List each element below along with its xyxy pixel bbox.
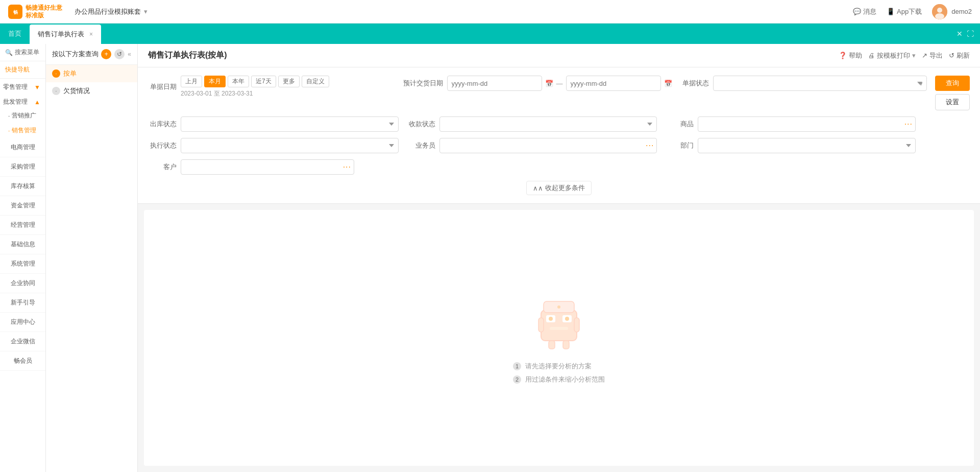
svg-rect-14 xyxy=(563,341,569,349)
sidebar-item-sales[interactable]: · 销售管理 xyxy=(0,123,45,138)
expected-date-label: 预计交货日期 xyxy=(403,79,443,88)
app-download-button[interactable]: 📱 App下载 xyxy=(887,7,922,16)
print-button[interactable]: 🖨 按模板打印 ▾ xyxy=(868,51,916,60)
calendar-to-icon[interactable]: 📅 xyxy=(664,80,672,87)
search-icon: 🔍 xyxy=(5,49,13,56)
period-more[interactable]: 更多 xyxy=(278,76,300,87)
home-tab-label: 首页 xyxy=(8,29,21,38)
help-button[interactable]: ❓ 帮助 xyxy=(839,51,862,60)
sidebar-item-purchase[interactable]: 采购管理 xyxy=(0,157,45,177)
warehouse-status-label: 出库状态 xyxy=(148,120,177,129)
message-button[interactable]: 💬 消息 xyxy=(853,7,876,16)
status-select[interactable] xyxy=(713,76,927,91)
date-range-display: 2023-03-01 至 2023-03-31 xyxy=(181,89,395,98)
period-this-year[interactable]: 本年 xyxy=(228,76,249,87)
main-layout: 🔍 搜索菜单 快捷导航 零售管理 ▼ 批发管理 ▲ · 营销推广 · 销售管理 … xyxy=(0,44,980,472)
empty-illustration xyxy=(528,292,590,353)
left-panel-header: 按以下方案查询 + ↺ « xyxy=(46,44,137,65)
left-panel-actions: + ↺ « xyxy=(101,49,131,59)
export-button[interactable]: ↗ 导出 xyxy=(922,51,943,60)
tab-maximize-icon[interactable]: ⛶ xyxy=(967,30,974,38)
tab-bar: 首页 销售订单执行表 × ✕ ⛶ xyxy=(0,23,980,44)
sales-order-tab-label: 销售订单执行表 xyxy=(38,30,84,39)
tab-close-icon[interactable]: × xyxy=(89,31,93,38)
goods-input[interactable] xyxy=(698,116,916,132)
period-this-month[interactable]: 本月 xyxy=(204,76,226,87)
download-icon: 📱 xyxy=(887,8,895,15)
sidebar-item-inventory[interactable]: 库存核算 xyxy=(0,177,45,196)
message-icon: 💬 xyxy=(853,8,861,15)
sidebar-item-newbie[interactable]: 新手引导 xyxy=(0,293,45,313)
sidebar-item-wechat[interactable]: 企业微信 xyxy=(0,332,45,351)
settings-button[interactable]: 设置 xyxy=(935,94,970,110)
add-scheme-button[interactable]: + xyxy=(101,49,111,59)
empty-state: 1 请先选择要分析的方案 2 用过滤条件来缩小分析范围 xyxy=(144,210,974,466)
username: demo2 xyxy=(951,8,972,15)
empty-tip-2: 2 用过滤条件来缩小分析范围 xyxy=(513,375,605,384)
header-right: 💬 消息 📱 App下载 demo2 xyxy=(853,4,972,19)
tab-close-window-icon[interactable]: ✕ xyxy=(957,30,963,38)
sidebar-item-member[interactable]: 畅会员 xyxy=(0,351,45,371)
user-profile-button[interactable]: demo2 xyxy=(932,4,972,19)
sidebar-item-system[interactable]: 系统管理 xyxy=(0,254,45,274)
empty-tips: 1 请先选择要分析的方案 2 用过滤条件来缩小分析范围 xyxy=(513,362,605,384)
sidebar-item-enterprise[interactable]: 企业协同 xyxy=(0,274,45,293)
period-last-7-days[interactable]: 近7天 xyxy=(251,76,276,87)
svg-point-9 xyxy=(565,317,569,321)
sidebar-item-wholesale[interactable]: 批发管理 ▲ xyxy=(0,93,45,108)
sidebar-search[interactable]: 🔍 搜索菜单 xyxy=(0,44,45,61)
filter-actions: ∧∧ 收起更多条件 xyxy=(148,181,970,195)
collapse-panel-button[interactable]: « xyxy=(128,51,131,58)
sidebar-item-ecommerce[interactable]: 电商管理 xyxy=(0,138,45,157)
scheme-item-shortage[interactable]: · 欠货情况 xyxy=(46,82,137,100)
search-button[interactable]: 查询 xyxy=(935,76,970,91)
scheme-dot-inactive: · xyxy=(52,87,60,95)
main-content: 销售订单执行表(按单) ❓ 帮助 🖨 按模板打印 ▾ ↗ 导出 xyxy=(138,44,980,472)
print-icon: 🖨 xyxy=(868,52,875,59)
goods-label: 商品 xyxy=(665,120,694,129)
svg-point-4 xyxy=(935,13,944,19)
calendar-from-icon[interactable]: 📅 xyxy=(545,80,553,87)
exec-status-select[interactable] xyxy=(181,138,399,153)
header-left: 畅 畅捷通好生意 标准版 办公用品行业模拟账套 ▾ xyxy=(8,4,148,19)
dept-select[interactable] xyxy=(698,138,916,153)
period-last-month[interactable]: 上月 xyxy=(181,76,202,87)
sidebar-quick-nav[interactable]: 快捷导航 xyxy=(0,61,45,79)
warehouse-status-select[interactable] xyxy=(181,116,399,132)
svg-point-3 xyxy=(937,8,942,13)
breadcrumb: 办公用品行业模拟账套 ▾ xyxy=(75,7,148,16)
expected-date-to[interactable] xyxy=(566,76,661,91)
content-area: 按以下方案查询 + ↺ « · 按单 · 欠货情况 xyxy=(46,44,980,472)
collapse-filter-button[interactable]: ∧∧ 收起更多条件 xyxy=(526,181,592,195)
refresh-button[interactable]: ↺ 刷新 xyxy=(949,51,970,60)
svg-rect-10 xyxy=(550,327,568,330)
breadcrumb-arrow-icon[interactable]: ▾ xyxy=(144,8,148,15)
sidebar-item-app-center[interactable]: 应用中心 xyxy=(0,313,45,332)
salesman-picker-icon[interactable]: ··· xyxy=(646,141,654,150)
logo-area: 畅 畅捷通好生意 标准版 xyxy=(8,4,62,19)
refresh-scheme-button[interactable]: ↺ xyxy=(114,49,125,59)
tip-num-1: 1 xyxy=(513,362,521,370)
tip-text-1: 请先选择要分析的方案 xyxy=(525,362,592,371)
customer-picker-icon[interactable]: ··· xyxy=(343,162,351,172)
filter-panel: 单据日期 上月 本月 本年 近7天 更多 自定义 2023-03-01 至 20… xyxy=(138,67,980,204)
customer-input[interactable] xyxy=(181,159,354,175)
goods-picker-icon[interactable]: ··· xyxy=(904,120,913,129)
sidebar-item-basic-info[interactable]: 基础信息 xyxy=(0,235,45,254)
sidebar-item-marketing[interactable]: · 营销推广 xyxy=(0,108,45,123)
period-custom[interactable]: 自定义 xyxy=(302,76,329,87)
scheme-item-by-order[interactable]: · 按单 xyxy=(46,65,137,82)
sidebar-item-finance[interactable]: 资金管理 xyxy=(0,196,45,216)
exec-status-label: 执行状态 xyxy=(148,141,177,150)
tab-sales-order[interactable]: 销售订单执行表 × xyxy=(30,25,101,44)
svg-rect-13 xyxy=(549,341,555,349)
sidebar-item-retail[interactable]: 零售管理 ▼ xyxy=(0,79,45,93)
expected-date-from[interactable] xyxy=(447,76,542,91)
receipt-status-select[interactable] xyxy=(439,116,657,132)
print-dropdown-icon: ▾ xyxy=(912,52,916,59)
customer-label: 客户 xyxy=(148,162,177,172)
salesman-input[interactable] xyxy=(439,138,657,153)
sidebar-item-operations[interactable]: 经营管理 xyxy=(0,216,45,235)
export-icon: ↗ xyxy=(922,52,927,59)
tab-home[interactable]: 首页 xyxy=(0,23,30,44)
